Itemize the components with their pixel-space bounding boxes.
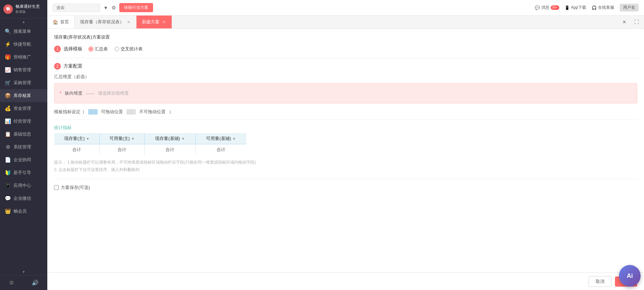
online-service-label: 在线客服 — [598, 5, 614, 10]
stats-table: 现存量(主) ▼ 可用量(主) ▼ — [54, 133, 247, 155]
template-setting: 模板指标设定（ 可拖动位置 不可拖动位置 ） — [54, 109, 637, 115]
sidebar-scroll-up[interactable]: ▲ — [0, 19, 47, 25]
user-btn[interactable]: 用户名 — [620, 4, 639, 11]
content-inner: 现存量(库存状况表)方案设置 1 选择模板 汇总表 交叉统计表 — [47, 29, 644, 272]
sidebar-item-label: 快捷导航 — [14, 41, 31, 47]
content-area: 现存量(库存状况表)方案设置 1 选择模板 汇总表 交叉统计表 — [47, 29, 644, 272]
sidebar-item-shortcut[interactable]: ⚡ 快捷导航 — [0, 38, 47, 51]
finance-icon: 💰 — [5, 105, 11, 112]
tab-inventory-close[interactable]: ✕ — [126, 20, 131, 24]
col-header-2[interactable]: 可用量(主) ▼ — [99, 133, 145, 144]
app-download-label: App下载 — [571, 5, 586, 10]
tabs-bar: 🏠 首页 现存量（库存状况表） ✕ 新建方案 ✕ ✕ ⛶ — [47, 16, 644, 29]
sidebar-item-basic[interactable]: 📋 基础信息 — [0, 128, 47, 141]
tab-new-scheme[interactable]: 新建方案 ✕ — [137, 16, 172, 28]
topbar-search-input[interactable] — [53, 4, 100, 12]
dimension-row: * 纵向维度 —— 请选择分组维度 — [60, 90, 631, 96]
template-radio-group: 汇总表 交叉统计表 — [89, 46, 143, 52]
trial-btn[interactable]: 体验行业方案 — [119, 3, 153, 12]
step1-header: 1 选择模板 汇总表 交叉统计表 — [54, 46, 637, 52]
col-header-1[interactable]: 现存量(主) ▼ — [54, 133, 100, 144]
tip-1: 提示： 1.拖动标题栏可以调整布局，不可跨维度或指标区域拖动栏目字段(只能在同一… — [54, 159, 637, 166]
topbar: ▼ ⚙ 体验行业方案 💬 消息 99+ 📱 App下载 🎧 在线客服 用户名 — [47, 0, 644, 16]
main-area: ▼ ⚙ 体验行业方案 💬 消息 99+ 📱 App下载 🎧 在线客服 用户名 — [47, 0, 644, 290]
sidebar-item-appstore[interactable]: 📱 应用中心 — [0, 179, 47, 192]
radio-cross-label: 交叉统计表 — [121, 46, 143, 52]
radio-cross-dot — [115, 47, 119, 51]
app-download-btn[interactable]: 📱 App下载 — [565, 5, 586, 10]
footer-bar: 取消 查询 — [47, 272, 644, 290]
sidebar: 畅 畅康通好生意 标准版 ▲ 🔍 搜索菜单 ⚡ 快捷导航 🎁 营销推广 📈 销售… — [0, 0, 47, 290]
tip-1-text: 1.拖动标题栏可以调整布局，不可跨维度或指标区域拖动栏目字段(只能在同一维度或指… — [67, 160, 256, 165]
sidebar-item-label: 库存核算 — [14, 93, 31, 99]
sidebar-item-system[interactable]: ⚙ 系统管理 — [0, 141, 47, 153]
sidebar-item-sales[interactable]: 📈 销售管理 — [0, 64, 47, 76]
chevron-down-icon-4: ▼ — [232, 137, 236, 141]
sidebar-item-contract[interactable]: 📄 企业协同 — [0, 153, 47, 166]
topbar-right: 💬 消息 99+ 📱 App下载 🎧 在线客服 用户名 — [535, 4, 639, 11]
sidebar-item-search[interactable]: 🔍 搜索菜单 — [0, 25, 47, 38]
settings-bottom-icon[interactable]: ⚙ — [6, 278, 17, 287]
tips-section: 提示： 1.拖动标题栏可以调整布局，不可跨维度或指标区域拖动栏目字段(只能在同一… — [54, 159, 637, 173]
radio-cross[interactable]: 交叉统计表 — [115, 46, 143, 52]
sidebar-item-label: 营销推广 — [14, 54, 31, 60]
sidebar-item-label: 采购管理 — [14, 80, 31, 86]
sidebar-item-finance[interactable]: 💰 资金管理 — [0, 102, 47, 115]
summary-dimension-label: 汇总维度（必选） — [54, 74, 637, 80]
scheme-save-checkbox[interactable] — [54, 185, 59, 190]
ai-bubble[interactable]: Ai — [619, 265, 641, 287]
col-label-1: 现存量(主) — [64, 136, 85, 142]
sidebar-item-inventory[interactable]: 📦 库存核算 — [0, 89, 47, 102]
chevron-down-icon-2: ▼ — [131, 137, 134, 141]
dimension-required-mark: * — [60, 91, 61, 96]
sidebar-scroll-down[interactable]: ▼ — [0, 269, 47, 275]
tab-home[interactable]: 🏠 首页 — [47, 16, 75, 28]
sound-bottom-icon[interactable]: 🔊 — [29, 278, 41, 287]
topbar-gear-btn[interactable]: ⚙ — [112, 5, 116, 11]
step1-section: 1 选择模板 汇总表 交叉统计表 — [54, 46, 637, 52]
search-icon: 🔍 — [5, 28, 11, 34]
cell-4: 合计 — [196, 144, 247, 155]
dimension-placeholder: 请选择分组维度 — [98, 90, 129, 96]
col-label-3: 现存量(基辅) — [155, 136, 180, 142]
chevron-down-icon-3: ▼ — [181, 137, 185, 141]
not-draggable-indicator — [126, 109, 136, 115]
sidebar-item-marketing[interactable]: 🎁 营销推广 — [0, 51, 47, 64]
sidebar-item-member[interactable]: 👑 畅会员 — [0, 205, 47, 218]
sidebar-item-operations[interactable]: 📊 经营管理 — [0, 115, 47, 128]
cancel-button[interactable]: 取消 — [589, 276, 612, 287]
msg-btn[interactable]: 💬 消息 99+ — [535, 5, 559, 10]
tab-expand-btn[interactable]: ⛶ — [632, 17, 641, 27]
online-service-btn[interactable]: 🎧 在线客服 — [592, 5, 614, 10]
tab-inventory[interactable]: 现存量（库存状况表） ✕ — [75, 16, 137, 28]
purchase-icon: 🛒 — [5, 80, 11, 86]
sidebar-item-label: 搜索菜单 — [14, 28, 31, 34]
sidebar-item-label: 销售管理 — [14, 67, 31, 73]
col-label-2: 可用量(主) — [109, 136, 130, 142]
sidebar-item-label: 新手引导 — [14, 170, 31, 176]
col-label-4: 可用量(基辅) — [206, 136, 231, 142]
col-header-3[interactable]: 现存量(基辅) ▼ — [145, 133, 196, 144]
topbar-dropdown-btn[interactable]: ▼ — [103, 5, 108, 10]
inventory-icon: 📦 — [5, 93, 11, 99]
divider1 — [54, 58, 637, 58]
tab-close-btn[interactable]: ✕ — [620, 17, 629, 27]
radio-summary[interactable]: 汇总表 — [89, 46, 108, 52]
sidebar-item-wechat[interactable]: 💬 企业微信 — [0, 192, 47, 205]
tab-new-scheme-close[interactable]: ✕ — [162, 20, 166, 24]
tab-home-label: 首页 — [60, 19, 69, 25]
page-title: 现存量(库存状况表)方案设置 — [54, 34, 637, 40]
draggable-label: 可拖动位置 — [101, 109, 123, 115]
template-setting-label-end: ） — [169, 109, 173, 115]
step2-header: 2 方案配置 — [54, 63, 637, 70]
col-header-4[interactable]: 可用量(基辅) ▼ — [196, 133, 247, 144]
sidebar-item-newbie[interactable]: 🔰 新手引导 — [0, 166, 47, 179]
scheme-save-label: 方案保存(可选) — [61, 185, 90, 191]
cell-3: 合计 — [145, 144, 196, 155]
tab-new-scheme-label: 新建方案 — [142, 19, 159, 25]
stats-section-label: 统计指标 — [54, 125, 637, 131]
app-edition: 标准版 — [16, 9, 40, 14]
radio-summary-label: 汇总表 — [95, 46, 108, 52]
dimension-area[interactable]: * 纵向维度 —— 请选择分组维度 — [54, 83, 637, 103]
sidebar-item-purchase[interactable]: 🛒 采购管理 — [0, 76, 47, 89]
